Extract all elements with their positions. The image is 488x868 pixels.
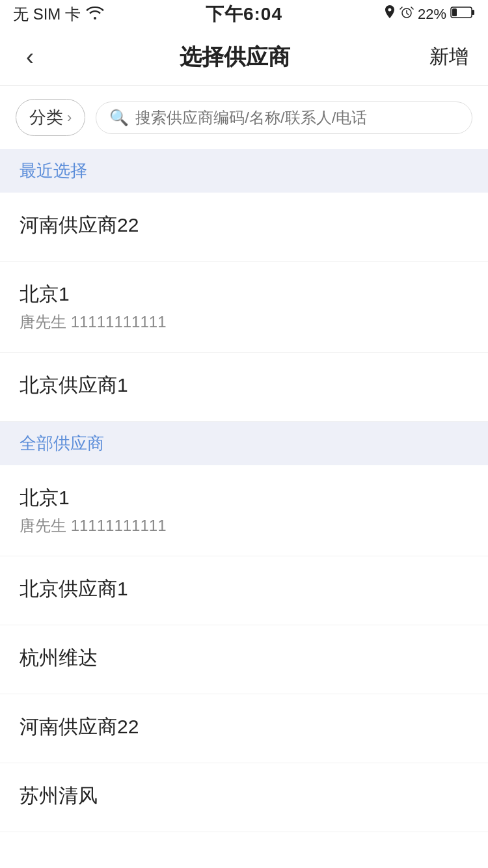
- battery-text: 22%: [418, 6, 446, 23]
- list-item[interactable]: 北京供应商1: [0, 556, 488, 625]
- add-button[interactable]: 新增: [429, 44, 468, 70]
- nav-bar: ‹ 选择供应商 新增: [0, 29, 488, 86]
- chevron-right-icon: ›: [67, 109, 72, 126]
- list-item[interactable]: 苏州清风: [0, 763, 488, 832]
- recent-items-list: 河南供应商22北京1唐先生 11111111111北京供应商1: [0, 193, 488, 422]
- search-input[interactable]: [135, 109, 459, 127]
- item-name: 河南供应商22: [20, 714, 468, 740]
- all-items-list: 北京1唐先生 11111111111北京供应商1杭州维达河南供应商22苏州清风: [0, 465, 488, 832]
- list-item[interactable]: 北京1唐先生 11111111111: [0, 262, 488, 353]
- list-item[interactable]: 北京1唐先生 11111111111: [0, 465, 488, 556]
- location-icon: [384, 5, 396, 23]
- back-button[interactable]: ‹: [20, 37, 40, 77]
- recent-section-header: 最近选择: [0, 149, 488, 193]
- svg-rect-2: [472, 10, 474, 15]
- item-name: 河南供应商22: [20, 212, 468, 239]
- list-item[interactable]: 北京供应商1: [0, 353, 488, 422]
- status-right: 22%: [384, 5, 475, 23]
- status-left: 无 SIM 卡: [13, 4, 104, 25]
- list-item[interactable]: 河南供应商22: [0, 193, 488, 262]
- item-sub: 唐先生 11111111111: [20, 515, 468, 536]
- item-name: 北京供应商1: [20, 576, 468, 603]
- item-sub: 唐先生 11111111111: [20, 312, 468, 332]
- carrier-text: 无 SIM 卡: [13, 4, 81, 25]
- item-name: 北京供应商1: [20, 372, 468, 399]
- item-name: 杭州维达: [20, 645, 468, 671]
- battery-icon: [450, 6, 475, 23]
- search-box[interactable]: 🔍: [96, 102, 472, 134]
- item-name: 苏州清风: [20, 783, 468, 809]
- filter-bar: 分类 › 🔍: [0, 86, 488, 149]
- search-icon: 🔍: [109, 109, 129, 127]
- svg-rect-3: [452, 8, 457, 16]
- alarm-icon: [400, 5, 414, 23]
- status-bar: 无 SIM 卡 下午6:04 22%: [0, 0, 488, 29]
- list-item[interactable]: 杭州维达: [0, 625, 488, 694]
- item-name: 北京1: [20, 485, 468, 511]
- category-button[interactable]: 分类 ›: [16, 99, 85, 136]
- category-label: 分类: [29, 106, 63, 129]
- status-time: 下午6:04: [206, 2, 282, 27]
- wifi-icon: [86, 5, 104, 23]
- item-name: 北京1: [20, 281, 468, 308]
- all-section-header: 全部供应商: [0, 422, 488, 465]
- list-item[interactable]: 河南供应商22: [0, 694, 488, 763]
- page-title: 选择供应商: [180, 42, 290, 72]
